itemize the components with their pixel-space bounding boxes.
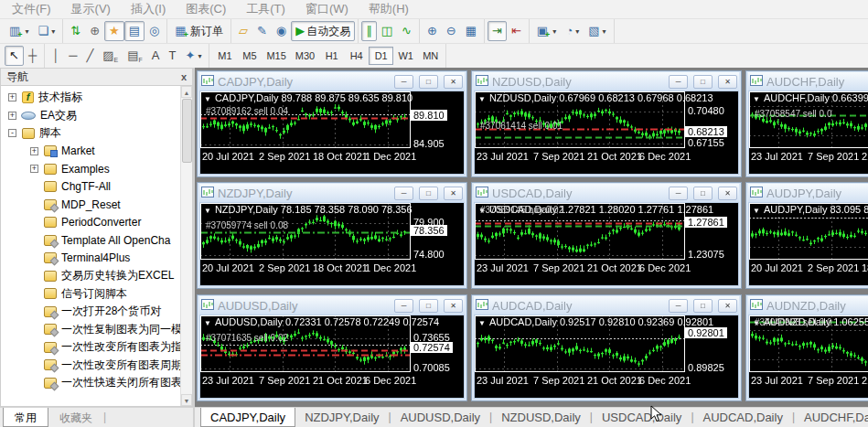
new-chart-button[interactable]: ▥+▾ [5,21,34,41]
market-watch-button[interactable]: ⇅ [66,21,85,41]
indicators-dropdown-icon[interactable]: ▾ [552,27,556,36]
fibonacci-button[interactable]: ▤F [123,46,147,66]
chart-shift-button[interactable]: ⇤ [507,21,526,41]
close-button[interactable]: ✕ [718,75,737,89]
metaeditor-button[interactable]: ✎ [252,21,272,41]
crosshair-button[interactable]: ┼ [24,46,41,66]
chart-tab-usdcad[interactable]: USDCAD,Daily [593,408,691,427]
chart-tab-audusd[interactable]: AUDUSD,Daily [391,408,489,427]
chart-menu-arrow-icon[interactable]: ▼ [478,95,486,103]
nav-item-8[interactable]: PeriodConverter [1,214,192,232]
collapse-icon[interactable]: - [8,129,16,137]
chart-window-titlebar[interactable]: NZDJPY,Daily─□✕ [199,184,465,202]
restore-button[interactable]: □ [419,187,438,200]
data-window-button[interactable]: ⊕ [85,21,104,41]
chart-window-titlebar[interactable]: AUDJPY,Daily─□✕ [748,184,868,202]
menu-item-5[interactable]: 工具(T) [236,0,295,19]
chart-tab-cadjpy[interactable]: CADJPY,Daily [200,408,295,427]
restore-button[interactable]: □ [419,299,438,313]
equidistant-channel-button[interactable]: ▨E [98,46,123,66]
timeframe-m5[interactable]: M5 [237,47,262,65]
timeframe-h4[interactable]: H4 [344,47,369,65]
scrollbar-thumb[interactable] [182,99,192,163]
nav-item-11[interactable]: 交易历史转换为EXCEL [1,267,192,285]
chart-window-titlebar[interactable]: AUDUSD,Daily─□✕ [199,296,465,315]
tile-windows-button[interactable]: ▦ [461,21,481,41]
line-chart-button[interactable]: ∿ [397,21,416,41]
expand-icon[interactable]: + [8,112,16,120]
nav-item-2[interactable]: +EA交易 [1,107,192,125]
chart-plot-area[interactable]: ▼AUDCHF,Daily 0.66399 0.#37058547 sell 0… [748,91,868,175]
templates-dropdown-icon[interactable]: ▾ [603,27,606,36]
depth-of-market-button[interactable]: ▱ [234,21,252,41]
navigator-button[interactable]: ★ [104,21,124,41]
timeframe-m1[interactable]: M1 [212,47,237,65]
menu-item-7[interactable]: 帮助(H) [359,0,419,19]
close-button[interactable]: ✕ [444,75,463,89]
arrows-dropdown-icon[interactable]: ▾ [198,52,201,60]
restore-button[interactable]: □ [693,299,713,313]
close-button[interactable]: ✕ [718,299,737,313]
nav-tab-favorites[interactable]: 收藏夹 [48,408,103,427]
restore-button[interactable]: □ [419,75,438,89]
chart-window-titlebar[interactable]: AUDCAD,Daily─□✕ [474,296,739,315]
chart-plot-area[interactable]: ▼NZDJPY,Daily 78.185 78.358 78.090 78.35… [199,202,465,286]
community-button[interactable]: ◉ [272,21,291,41]
timeframe-m15[interactable]: M15 [262,47,290,65]
templates-button[interactable]: ▧▾ [584,21,610,41]
terminal-button[interactable]: ▤ [124,21,145,41]
chart-window-titlebar[interactable]: CADJPY,Daily─□✕ [199,72,465,91]
expand-icon[interactable]: + [8,93,16,101]
chart-plot-area[interactable]: ▼USDCAD,Daily 1.27821 1.28020 1.27761 1.… [474,202,739,286]
minimize-button[interactable]: ─ [669,187,688,200]
periods-button[interactable]: ◔▾ [561,21,584,41]
bar-chart-button[interactable]: ∥ [361,21,377,41]
close-button[interactable]: ✕ [444,299,463,313]
minimize-button[interactable]: ─ [669,75,688,89]
candlestick-chart-button[interactable]: ◫ [377,21,397,41]
restore-button[interactable]: □ [693,187,713,200]
scroll-up-icon[interactable]: ▲ [181,86,192,98]
minimize-button[interactable]: ─ [394,75,413,89]
menu-item-2[interactable]: 显示(V) [61,0,121,19]
chart-plot-area[interactable]: ▼NZDUSD,Daily 0.67969 0.68213 0.67968 0.… [474,91,739,175]
profiles-dropdown-icon[interactable]: ▾ [51,27,55,36]
trendline-button[interactable]: ╱ [81,46,98,66]
chart-tab-audcad[interactable]: AUDCAD,Daily [694,408,792,427]
menu-item-4[interactable]: 图表(C) [176,0,236,19]
text-button[interactable]: A [147,46,165,66]
chart-window-titlebar[interactable]: AUDNZD,Daily─□✕ [748,296,868,315]
nav-item-9[interactable]: Template All OpenCha [1,231,192,250]
chart-menu-arrow-icon[interactable]: ▼ [753,95,760,103]
strategy-tester-button[interactable]: ◎ [145,21,164,41]
horizontal-line-button[interactable]: ─ [64,46,81,66]
arrows-button[interactable]: ✦▾ [180,46,206,66]
nav-item-15[interactable]: 一次性改变所有图表为指 [1,338,192,357]
expand-icon[interactable]: + [30,147,38,155]
timeframe-h1[interactable]: H1 [319,47,344,65]
menu-item-1[interactable]: 文件(F) [2,0,61,19]
chart-menu-arrow-icon[interactable]: ▼ [478,319,486,327]
minimize-button[interactable]: ─ [669,299,688,313]
auto-scroll-button[interactable]: ⇥ [488,21,507,41]
nav-item-14[interactable]: 一次性复制图表为同一模 [1,321,192,339]
chart-plot-area[interactable]: ▼AUDCAD,Daily 0.92517 0.92810 0.92369 0.… [474,315,739,399]
navigator-close-icon[interactable]: x [181,71,187,82]
vertical-line-button[interactable]: │ [48,46,64,66]
chart-menu-arrow-icon[interactable]: ▼ [753,207,760,215]
scroll-down-icon[interactable]: ▼ [181,394,192,406]
autotrading-button[interactable]: ▶自动交易 [291,21,355,41]
profiles-button[interactable]: ❏▾ [34,21,60,41]
chart-plot-area[interactable]: ▼AUDUSD,Daily 0.72331 0.72578 0.72249 0.… [199,315,465,399]
chart-menu-arrow-icon[interactable]: ▼ [204,319,211,327]
indicators-button[interactable]: ▣+▾ [532,21,562,41]
chart-plot-area[interactable]: ▼CADJPY,Daily 89.788 89.875 89.635 89.81… [199,91,465,175]
zoom-in-button[interactable]: ⊕ [423,21,442,41]
timeframe-mn[interactable]: MN [418,47,443,65]
timeframe-m30[interactable]: M30 [291,47,319,65]
close-button[interactable]: ✕ [718,187,737,200]
chart-tab-audchf[interactable]: AUDCHF,Daily [795,408,868,427]
chart-window-titlebar[interactable]: AUDCHF,Daily─□✕ [748,72,868,91]
expand-icon[interactable]: + [30,165,38,173]
text-label-button[interactable]: T [165,46,181,66]
